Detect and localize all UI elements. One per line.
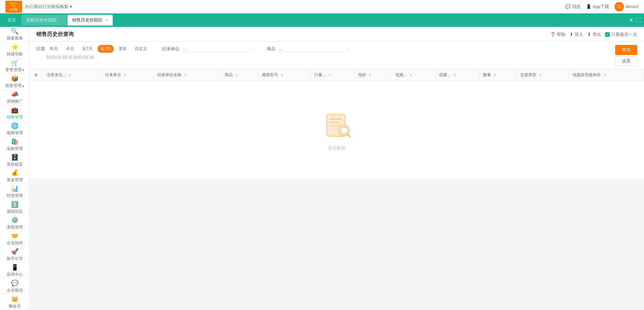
filter-row: 日期 昨天 今天 近7天 近1月 更多 自定义 往来单位 ··· xyxy=(36,45,637,66)
sidebar-item-sales[interactable]: 💼 销售管理 xyxy=(0,105,29,121)
sidebar-item-quick-nav[interactable]: ⭐ 快捷导航 xyxy=(0,43,29,58)
help-btn[interactable]: ❓ 帮助 xyxy=(550,32,566,38)
import-label: 导入 xyxy=(575,32,583,38)
app-title-text: 办公用品行业模拟账套 xyxy=(25,4,68,10)
th-unit[interactable]: 计量... ⇅ xyxy=(311,69,355,81)
retail-arrow-icon: ▾ xyxy=(22,68,24,72)
only-last-checkbox[interactable]: ✓ xyxy=(605,32,610,37)
sidebar-item-purchase[interactable]: 🛍️ 采购管理 xyxy=(0,137,29,153)
date-btn-last1month[interactable]: 近1月 xyxy=(98,45,114,53)
th-partner-code[interactable]: 往来单位 ⇅ xyxy=(102,69,154,81)
tab-sales-close-icon[interactable]: × xyxy=(105,17,108,23)
date-btn-today[interactable]: 今天 xyxy=(63,45,77,53)
message-label: 消息 xyxy=(572,4,581,10)
partner-picker-icon[interactable]: ··· xyxy=(251,46,255,52)
empty-svg xyxy=(320,108,354,141)
sidebar-item-enterprise[interactable]: 🤝 企业协同 xyxy=(0,231,29,247)
sidebar-item-marketing[interactable]: 📣 营销推广 xyxy=(0,90,29,106)
th-goods[interactable]: 商品 ⇅ xyxy=(221,69,259,81)
sidebar-item-system[interactable]: ⚙️ 系统管理 xyxy=(0,216,29,231)
sort-partner-code-icon: ⇅ xyxy=(123,73,126,77)
sidebar-item-operations[interactable]: 📊 经营管理 xyxy=(0,184,29,200)
page-title: 销售历史价查询 xyxy=(36,31,74,38)
filter-goods-group: 商品 ··· xyxy=(267,46,351,52)
sort-trade-type-icon: ⇅ xyxy=(539,73,542,77)
wholesale-icon: 📦 xyxy=(11,75,18,82)
tab-purchase-history[interactable]: 采购历史价跟踪 × xyxy=(21,15,67,25)
th-biz-date[interactable]: 业务发生... ⇅ xyxy=(43,69,102,81)
sidebar: 🔍 搜索菜单 ⭐ 快捷导航 🛒 零售管理 ▾ 📦 批发管理 ▴ 📣 营销推广 xyxy=(0,27,30,310)
tab-close-all-icon[interactable]: ✕ xyxy=(629,17,633,23)
sidebar-item-guide[interactable]: 🚀 新手引导 xyxy=(0,247,29,263)
date-btn-more[interactable]: 更多 xyxy=(116,45,130,53)
sidebar-item-inventory[interactable]: 🗄️ 库存核算 xyxy=(0,153,29,168)
th-pre-tax-price[interactable]: 优惠前无税单价 ⇅ xyxy=(569,69,644,81)
content-area: 销售历史价查询 ❓ 帮助 ⬆ 导入 ⬇ 导出 ✓ 只看最后一次 xyxy=(30,27,644,310)
tabbar-right: ✕ ⛶ xyxy=(629,17,641,23)
tab-purchase-close-icon[interactable]: × xyxy=(59,17,62,23)
th-trade-type-label: 交易类型 xyxy=(520,72,536,77)
logo: 🧡 标准版 xyxy=(5,1,22,13)
enterprise-icon: 🤝 xyxy=(11,232,18,240)
user-menu[interactable]: D demo2 xyxy=(614,2,639,11)
th-discount1[interactable]: 优惠... ⇅ xyxy=(392,69,436,81)
ecommerce-icon: 🌐 xyxy=(11,122,18,130)
tab-home[interactable]: 首页 xyxy=(3,15,21,25)
tab-sales-history[interactable]: 销售历史价跟踪 × xyxy=(67,15,113,25)
sidebar-marketing-label: 营销推广 xyxy=(7,99,23,104)
date-btn-yesterday[interactable]: 昨天 xyxy=(47,45,61,53)
sidebar-item-appcenter[interactable]: 📱 应用中心 xyxy=(0,263,29,278)
sidebar-retail-label: 零售管理 xyxy=(5,67,21,73)
sidebar-item-member[interactable]: 👑 畅会员 xyxy=(0,294,29,310)
query-button[interactable]: 查询 xyxy=(615,45,637,55)
settings-button[interactable]: 设置 xyxy=(615,56,637,66)
sidebar-item-search[interactable]: 🔍 搜索菜单 xyxy=(0,27,29,43)
only-last-checkbox-label[interactable]: ✓ 只看最后一次 xyxy=(605,32,637,38)
th-settings[interactable]: ⚙ xyxy=(30,69,43,81)
import-btn[interactable]: ⬆ 导入 xyxy=(570,32,583,38)
retail-icon: 🛒 xyxy=(11,59,18,66)
th-discount2-label: 优惠... xyxy=(439,72,450,77)
user-name: demo2 xyxy=(625,4,639,9)
message-btn[interactable]: 💬 消息 xyxy=(565,4,581,10)
th-price[interactable]: 报价 ⇅ xyxy=(355,69,392,81)
export-btn[interactable]: ⬇ 导出 xyxy=(587,32,601,38)
system-icon: ⚙️ xyxy=(11,216,18,224)
sidebar-item-ecommerce[interactable]: 🌐 电商管理 xyxy=(0,121,29,137)
sidebar-item-retail[interactable]: 🛒 零售管理 ▾ xyxy=(0,58,29,74)
th-partner-name[interactable]: 往来单位名称 ⇅ xyxy=(154,69,221,81)
svg-rect-2 xyxy=(329,118,342,120)
sidebar-purchase-label: 采购管理 xyxy=(7,146,23,152)
app-selector[interactable]: 办公用品行业模拟账套 ▾ xyxy=(25,4,72,10)
filter-date-group: 日期 昨天 今天 近7天 近1月 更多 自定义 xyxy=(36,45,150,53)
sort-discount1-icon: ⇅ xyxy=(410,73,412,77)
sidebar-item-wechat[interactable]: 💬 企业微信 xyxy=(0,278,29,294)
guide-icon: 🚀 xyxy=(11,248,18,255)
sidebar-item-basic-info[interactable]: ℹ️ 基础信息 xyxy=(0,200,29,216)
th-discount2[interactable]: 优惠... ⇅ xyxy=(436,69,479,81)
th-unit-label: 计量... xyxy=(314,72,326,77)
table-container: ⚙ 业务发生... ⇅ 往来单位 ⇅ 往来单位名称 ⇅ xyxy=(30,69,644,178)
empty-illustration xyxy=(320,108,354,141)
sidebar-wholesale-label: 批发管理 xyxy=(5,83,21,89)
topbar: 🧡 标准版 办公用品行业模拟账套 ▾ 💬 消息 📱 App下载 D demo2 xyxy=(0,0,644,13)
goods-input[interactable] xyxy=(277,46,344,52)
sort-partner-name-icon: ⇅ xyxy=(184,73,187,77)
th-qty[interactable]: 数量 ⇅ xyxy=(479,69,517,81)
th-trade-type[interactable]: 交易类型 ⇅ xyxy=(517,69,569,81)
filter-line2: 2023-02-18 至 2023-03-18 xyxy=(36,55,615,60)
sidebar-finance-label: 资金管理 xyxy=(7,177,23,183)
operations-icon: 📊 xyxy=(11,185,18,192)
partner-input[interactable] xyxy=(181,46,249,52)
tab-purchase-label: 采购历史价跟踪 xyxy=(26,17,57,23)
app-download-btn[interactable]: 📱 App下载 xyxy=(586,4,609,10)
th-spec[interactable]: 规格型号 ⇅ xyxy=(259,69,311,81)
sidebar-item-finance[interactable]: 💰 资金管理 xyxy=(0,168,29,184)
goods-picker-icon[interactable]: ··· xyxy=(346,46,351,52)
sidebar-system-label: 系统管理 xyxy=(7,224,23,230)
sidebar-item-wholesale[interactable]: 📦 批发管理 ▴ xyxy=(0,74,29,90)
date-btn-last7days[interactable]: 近7天 xyxy=(79,45,96,53)
date-btn-custom[interactable]: 自定义 xyxy=(132,45,150,53)
svg-rect-4 xyxy=(329,125,341,126)
tab-expand-icon[interactable]: ⛶ xyxy=(636,17,641,23)
